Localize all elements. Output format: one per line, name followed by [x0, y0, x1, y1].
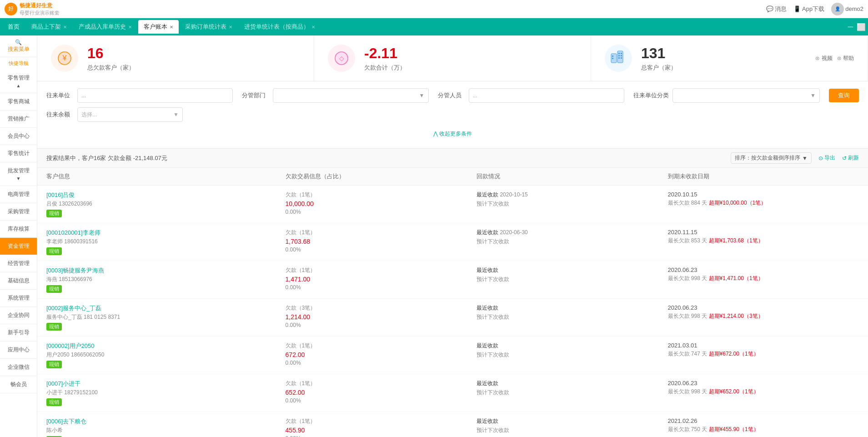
collection-cell-1: 最近收款 2020-06-30 预计下次收款 — [477, 229, 667, 246]
collection-cell-6: 最近收款 预计下次收款 — [477, 417, 667, 434]
table-row: [000002]用户2050 用户2050 18665062050 现销 欠款（… — [37, 337, 868, 374]
customer-name-0[interactable]: [0016]吕俊 — [46, 191, 75, 198]
filter-area: 往来单位 ... 分管部门 ▼ 分管人员 ... — [37, 81, 868, 149]
tab-close-customer[interactable]: ✕ — [170, 25, 173, 30]
customer-name-1[interactable]: [0001020001]李老师 — [46, 229, 100, 236]
sidebar-item-retail-mgmt[interactable]: 零售管理 ▲ — [0, 70, 37, 93]
filter-unit-class: 往来单位分类 ▼ — [633, 88, 820, 103]
window-minimize[interactable]: ─ — [848, 23, 853, 31]
person-input[interactable]: ... — [469, 88, 624, 103]
col-collection: 回款情况 — [477, 172, 667, 181]
sidebar-item-enterprise[interactable]: 企业协同 — [0, 307, 37, 324]
status-tag-5: 现销 — [46, 398, 62, 406]
customer-cell-4: [000002]用户2050 用户2050 18665062050 现销 — [46, 342, 286, 368]
due-cell-5: 2020.06.23 最长欠款 998 天 超期¥652.00（1笔） — [668, 380, 859, 396]
customer-name-6[interactable]: [0006]去下粮仓 — [46, 418, 86, 425]
customer-name-5[interactable]: [0007]小进干 — [46, 380, 80, 387]
collapse-btn[interactable]: ⋀ 收起更多条件 — [46, 126, 859, 141]
dept-input[interactable]: ▼ — [273, 88, 428, 103]
total-debt-label: 欠款合计（万） — [364, 64, 406, 72]
sidebar-search[interactable]: 🔍 搜索菜单 — [0, 35, 37, 57]
overdue-link-3[interactable]: 超期¥1,214.00（3笔） — [709, 313, 763, 319]
customer-name-2[interactable]: [0003]畅捷服务尹海燕 — [46, 267, 104, 274]
overdue-link-4[interactable]: 超期¥672.00（1笔） — [709, 351, 759, 357]
sidebar-item-app-center[interactable]: 应用中心 — [0, 342, 37, 359]
tab-purchase-stats[interactable]: 采购订单统计表 ✕ — [180, 20, 238, 34]
total-debt-info: -2.11 欠款合计（万） — [364, 45, 406, 72]
overdue-link-2[interactable]: 超期¥1,471.00（1笔） — [709, 275, 763, 281]
sidebar-item-wechat[interactable]: 企业微信 — [0, 359, 37, 376]
sidebar-item-wholesale[interactable]: 批发管理 ▼ — [0, 162, 37, 186]
sidebar-item-inventory[interactable]: 库存核算 — [0, 221, 37, 238]
svg-rect-5 — [617, 51, 623, 63]
app-download-btn[interactable]: 📱 App下载 — [793, 5, 824, 13]
table-area: 客户信息 欠款交易信息（占比） 回款情况 到期未收款日期 [0016]吕俊 吕俊… — [37, 168, 868, 437]
tab-bar-controls: ─ ⬜ — [848, 23, 866, 31]
from-unit-input[interactable]: ... — [77, 88, 233, 103]
stat-card-debtors: ¥ 16 总欠款客户（家） — [37, 35, 314, 81]
view-video-btn[interactable]: ⊙ 视频 — [815, 55, 832, 62]
tab-bar: 首页 商品上下架 ✕ 产成品入库单历史 ✕ 客户账本 ✕ 采购订单统计表 ✕ 进… — [0, 18, 868, 35]
tab-close-history[interactable]: ✕ — [128, 25, 132, 30]
total-debt-value: -2.11 — [364, 45, 406, 62]
collection-cell-5: 最近收款 预计下次收款 — [477, 380, 667, 397]
unit-class-input[interactable]: ▼ — [672, 88, 820, 103]
total-customers-value: 131 — [641, 45, 677, 62]
tab-import-stats[interactable]: 进货单统计表（按商品） ✕ — [239, 20, 321, 34]
overdue-link-0[interactable]: 超期¥10,000.00（1笔） — [709, 200, 767, 206]
window-maximize[interactable]: ⬜ — [857, 23, 866, 31]
customer-cell-1: [0001020001]李老师 李老师 18600391516 现销 — [46, 229, 286, 255]
sidebar-item-retail-mall[interactable]: 零售商城 — [0, 93, 37, 111]
tab-history[interactable]: 产成品入库单历史 ✕ — [73, 20, 137, 34]
tab-customer-account[interactable]: 客户账本 ✕ — [138, 20, 179, 34]
sidebar-item-member[interactable]: 会员中心 — [0, 128, 37, 145]
app-name: 畅捷通好生意 — [20, 2, 60, 10]
chevron-down-icon-3: ▼ — [173, 111, 179, 118]
refresh-icon: ↺ — [842, 155, 847, 161]
message-btn[interactable]: 💬 消息 — [766, 5, 787, 13]
sidebar-item-retail-stats[interactable]: 零售统计 — [0, 145, 37, 162]
tab-home[interactable]: 首页 — [2, 20, 25, 34]
search-button[interactable]: 查询 — [829, 89, 859, 102]
svg-rect-8 — [618, 53, 620, 54]
overdue-link-5[interactable]: 超期¥652.00（1笔） — [709, 388, 759, 395]
total-customers-label: 总客户（家） — [641, 64, 677, 72]
customer-name-3[interactable]: [0002]服务中心_丁磊 — [46, 305, 101, 311]
customer-cell-5: [0007]小进干 小进干 18279152100 现销 — [46, 380, 286, 406]
customer-name-4[interactable]: [000002]用户2050 — [46, 342, 95, 349]
sidebar-item-ecommerce[interactable]: 电商管理 — [0, 186, 37, 203]
svg-rect-7 — [612, 58, 613, 59]
sidebar-item-system[interactable]: 系统管理 — [0, 290, 37, 307]
result-summary: 搜索结果中，客户16家 欠款金额 -21,148.07元 — [46, 154, 167, 162]
sidebar-item-vip[interactable]: 畅会员 — [0, 376, 37, 393]
debt-cell-0: 欠款（1笔） 10,000.00 0.00% — [286, 191, 477, 215]
sidebar-item-purchase[interactable]: 采购管理 — [0, 203, 37, 221]
sidebar-item-basic-info[interactable]: 基础信息 — [0, 272, 37, 290]
chevron-down-icon-2: ▼ — [810, 92, 816, 99]
balance-input[interactable]: 选择... ▼ — [77, 107, 183, 122]
sidebar-item-guide[interactable]: 新手引导 — [0, 324, 37, 342]
table-row: [0003]畅捷服务尹海燕 海燕 18513066976 现销 欠款（1笔） 1… — [37, 261, 868, 299]
tab-close-products[interactable]: ✕ — [63, 25, 67, 30]
table-row: [0007]小进干 小进干 18279152100 现销 欠款（1笔） 652.… — [37, 374, 868, 412]
stat-card-actions: ⊙ 视频 ⊙ 帮助 — [815, 55, 854, 62]
col-debt-info: 欠款交易信息（占比） — [286, 172, 477, 181]
tab-close-purchase[interactable]: ✕ — [229, 25, 232, 30]
sidebar-item-operations[interactable]: 经营管理 — [0, 255, 37, 272]
user-avatar[interactable]: 👤 demo2 — [831, 3, 863, 15]
sidebar-item-finance[interactable]: 资金管理 — [0, 238, 37, 255]
help-btn[interactable]: ⊙ 帮助 — [837, 55, 854, 62]
overdue-link-1[interactable]: 超期¥1,703.68（1笔） — [709, 237, 763, 244]
tab-products[interactable]: 商品上下架 ✕ — [26, 20, 72, 34]
export-btn[interactable]: ⊙ 导出 — [818, 154, 835, 162]
tab-close-import[interactable]: ✕ — [311, 25, 315, 30]
refresh-btn[interactable]: ↺ 刷新 — [842, 154, 859, 162]
overdue-link-6[interactable]: 超期¥455.90（1笔） — [709, 426, 759, 432]
from-unit-label: 往来单位 — [46, 91, 74, 100]
sort-selector[interactable]: 排序：按欠款金额倒序排序 ▼ — [731, 152, 812, 164]
customer-cell-6: [0006]去下粮仓 陈小希 现销 — [46, 417, 286, 437]
sidebar-item-marketing[interactable]: 营销推广 — [0, 111, 37, 128]
sidebar-nav[interactable]: 快捷导航 — [0, 57, 37, 70]
table-row: [0002]服务中心_丁磊 服务中心_丁磊 181 0125 8371 现销 欠… — [37, 299, 868, 337]
debt-desc-0: 欠款（1笔） — [286, 191, 477, 199]
